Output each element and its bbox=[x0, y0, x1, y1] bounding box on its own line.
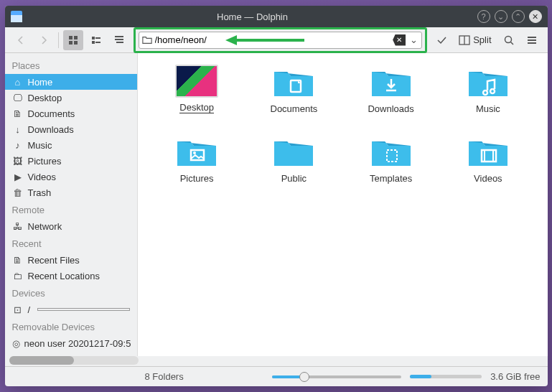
folder-desktop[interactable]: Desktop bbox=[152, 65, 242, 114]
folder-icon bbox=[370, 65, 413, 99]
search-button[interactable] bbox=[499, 30, 519, 50]
recent-locations-icon: 🗀 bbox=[12, 270, 24, 281]
file-label: Pictures bbox=[180, 173, 214, 184]
close-button[interactable]: ✕ bbox=[529, 10, 542, 23]
sidebar-item-trash[interactable]: 🗑Trash bbox=[5, 185, 137, 200]
svg-rect-5 bbox=[95, 37, 100, 39]
menu-button[interactable] bbox=[522, 30, 542, 50]
clear-path-icon[interactable]: ✕ bbox=[393, 34, 406, 46]
folder-icon bbox=[467, 65, 510, 99]
downloads-icon: ↓ bbox=[12, 123, 24, 135]
svg-line-16 bbox=[510, 42, 513, 45]
file-label: Public bbox=[281, 173, 307, 184]
places-panel: Places ⌂Home 🖵Desktop 🗎Documents ↓Downlo… bbox=[5, 53, 138, 356]
sidebar-item-label: Trash bbox=[28, 187, 52, 198]
toolbar: ✕ ⌄ Split bbox=[5, 27, 548, 53]
folder-documents[interactable]: Documents bbox=[249, 65, 339, 114]
svg-rect-2 bbox=[69, 41, 72, 45]
folder-templates[interactable]: Templates bbox=[346, 134, 436, 184]
desktop-thumbnail-icon bbox=[175, 65, 218, 98]
recent-header: Recent bbox=[5, 234, 137, 252]
desktop-icon: 🖵 bbox=[12, 92, 24, 103]
disk-usage-bar bbox=[37, 308, 129, 311]
item-count: 8 Folders bbox=[145, 371, 184, 382]
pictures-icon: 🖼 bbox=[12, 155, 24, 167]
sidebar-item-music[interactable]: ♪Music bbox=[5, 137, 137, 153]
sidebar-item-recent-files[interactable]: 🗎Recent Files bbox=[5, 252, 137, 268]
sidebar-item-desktop[interactable]: 🖵Desktop bbox=[5, 90, 137, 106]
address-bar[interactable]: ✕ ⌄ bbox=[139, 32, 423, 49]
trash-icon: 🗑 bbox=[12, 187, 24, 198]
sidebar-item-recent-locations[interactable]: 🗀Recent Locations bbox=[5, 268, 137, 284]
sidebar-item-downloads[interactable]: ↓Downloads bbox=[5, 121, 137, 137]
folder-icon bbox=[467, 134, 510, 169]
root-icon: ⊡ bbox=[12, 304, 24, 315]
file-label: Templates bbox=[370, 173, 412, 184]
path-history-dropdown[interactable]: ⌄ bbox=[408, 34, 418, 45]
sidebar-item-label: Desktop bbox=[28, 93, 62, 103]
file-view[interactable]: Desktop Documents Downloads Music Pictur… bbox=[138, 53, 548, 356]
confirm-path-button[interactable] bbox=[431, 30, 452, 50]
forward-button[interactable] bbox=[34, 30, 54, 50]
svg-rect-8 bbox=[115, 36, 123, 37]
folder-public[interactable]: Public bbox=[249, 134, 339, 184]
svg-rect-10 bbox=[116, 42, 123, 43]
split-view-button[interactable]: Split bbox=[454, 30, 495, 50]
folder-icon bbox=[272, 134, 315, 169]
sidebar-item-label: Recent Locations bbox=[28, 271, 100, 281]
svg-rect-9 bbox=[115, 39, 123, 40]
split-icon bbox=[459, 34, 470, 46]
body: Places ⌂Home 🖵Desktop 🗎Documents ↓Downlo… bbox=[5, 53, 548, 356]
path-input[interactable] bbox=[155, 34, 390, 45]
documents-icon: 🗎 bbox=[12, 108, 24, 119]
sidebar-item-network[interactable]: 🖧Network bbox=[5, 218, 137, 234]
zoom-slider-thumb[interactable] bbox=[299, 372, 309, 382]
sidebar-item-removable[interactable]: ◎neon user 20201217-09:5 bbox=[5, 335, 137, 351]
maximize-button[interactable]: ⌃ bbox=[512, 10, 525, 23]
sidebar-item-home[interactable]: ⌂Home bbox=[5, 74, 137, 90]
file-label: Documents bbox=[271, 103, 318, 114]
separator bbox=[58, 32, 59, 48]
folder-pictures[interactable]: Pictures bbox=[152, 134, 242, 184]
svg-point-15 bbox=[505, 36, 511, 42]
sidebar-item-label: Downloads bbox=[28, 124, 74, 135]
disk-free-label: 3.6 GiB free bbox=[490, 371, 540, 382]
icon-grid: Desktop Documents Downloads Music Pictur… bbox=[152, 65, 533, 184]
back-button[interactable] bbox=[11, 30, 31, 50]
address-bar-highlight: ✕ ⌄ bbox=[134, 27, 428, 53]
folder-videos[interactable]: Videos bbox=[443, 134, 533, 184]
compact-view-button[interactable] bbox=[86, 30, 106, 50]
file-label: Desktop bbox=[179, 102, 214, 113]
svg-rect-0 bbox=[69, 36, 72, 39]
zoom-slider[interactable] bbox=[272, 375, 401, 378]
folder-downloads[interactable]: Downloads bbox=[346, 65, 436, 114]
sidebar-item-label: Network bbox=[28, 221, 62, 232]
sidebar-item-label: Pictures bbox=[28, 156, 62, 167]
sidebar-item-documents[interactable]: 🗎Documents bbox=[5, 106, 137, 121]
sidebar-item-videos[interactable]: ▶Videos bbox=[5, 169, 137, 185]
app-window: Home — Dolphin ? ⌄ ⌃ ✕ ✕ ⌄ bbox=[5, 6, 548, 386]
svg-point-22 bbox=[193, 151, 196, 154]
file-label: Videos bbox=[474, 173, 502, 184]
sidebar-item-label: neon user 20201217-09:5 bbox=[24, 338, 131, 349]
minimize-button[interactable]: ⌄ bbox=[495, 10, 507, 23]
remote-header: Remote bbox=[5, 200, 137, 218]
folder-icon bbox=[272, 65, 315, 99]
sidebar-item-pictures[interactable]: 🖼Pictures bbox=[5, 153, 137, 169]
home-icon: ⌂ bbox=[12, 76, 24, 88]
svg-rect-4 bbox=[92, 37, 95, 39]
details-view-button[interactable] bbox=[109, 30, 129, 50]
music-icon: ♪ bbox=[12, 139, 24, 151]
svg-rect-7 bbox=[95, 42, 100, 43]
sidebar-item-label: Music bbox=[28, 140, 52, 151]
sidebar-item-root[interactable]: ⊡/ bbox=[5, 302, 137, 317]
icons-view-button[interactable] bbox=[63, 30, 83, 50]
sidebar-horizontal-scrollbar[interactable] bbox=[9, 356, 139, 365]
sidebar-item-label: Home bbox=[28, 77, 53, 88]
split-label: Split bbox=[473, 34, 491, 45]
disk-usage-indicator bbox=[410, 375, 482, 378]
help-button[interactable]: ? bbox=[477, 10, 490, 23]
sidebar-item-label: Videos bbox=[28, 172, 57, 182]
file-label: Music bbox=[476, 103, 500, 114]
folder-music[interactable]: Music bbox=[443, 65, 533, 114]
